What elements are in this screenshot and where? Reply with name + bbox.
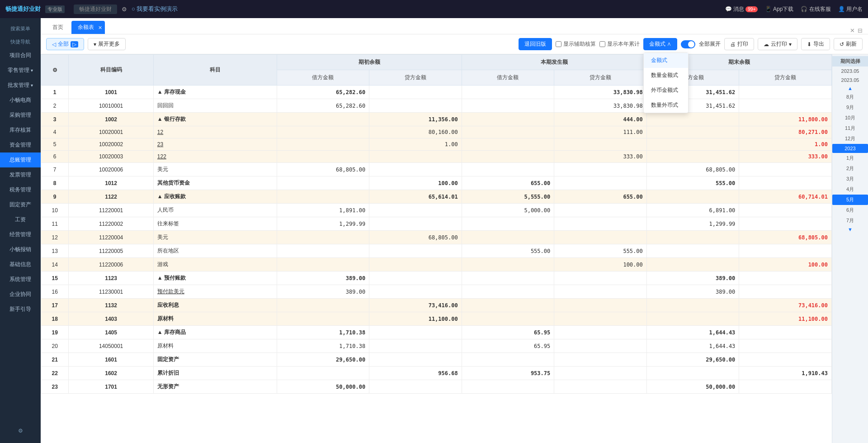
- online-service[interactable]: 🎧 在线客服: [801, 5, 830, 13]
- cell-subject[interactable]: 预付款美元: [153, 285, 277, 299]
- cell-current-credit: 444.00: [554, 113, 647, 126]
- tab-close-button[interactable]: ✕: [98, 24, 102, 30]
- all-filter-btn[interactable]: ◁ 全部 ▷: [46, 38, 84, 50]
- settings-gear-icon[interactable]: ⚙: [122, 6, 127, 13]
- table-row[interactable]: 23 1701 无形资产 50,000.00 50,000.00: [41, 380, 832, 394]
- period-item-9[interactable]: 9月: [832, 102, 868, 113]
- expand-more-btn[interactable]: ▾ 展开更多: [88, 38, 126, 50]
- sidebar-item-salary[interactable]: 工资: [0, 212, 41, 227]
- table-row[interactable]: 3 1002 ▲ 银行存款 11,356.00 444.00 11,800.00: [41, 113, 832, 126]
- period-item-1[interactable]: 1月: [832, 153, 868, 163]
- sidebar-item-retail[interactable]: 零售管理 ▾: [0, 63, 41, 78]
- table-row[interactable]: 8 1012 其他货币资金 100.00 655.00 555.00: [41, 176, 832, 190]
- refresh-btn[interactable]: ↺ 刷新: [834, 38, 863, 50]
- table-row[interactable]: 19 1405 ▲ 库存商品 1,710.38 65.95 1,644.43: [41, 326, 832, 339]
- period-up-icon[interactable]: ▲: [832, 85, 868, 92]
- show-auxiliary-checkbox[interactable]: 显示辅助核算: [556, 40, 596, 48]
- sidebar-item-tax[interactable]: 税务管理: [0, 182, 41, 197]
- tab-balance[interactable]: 余额表 ✕: [71, 21, 105, 34]
- table-row[interactable]: 12 11220004 美元 68,805.00 68,805.00: [41, 231, 832, 244]
- table-row[interactable]: 20 14050001 原材料 1,710.38 65.95 1,644.43: [41, 339, 832, 353]
- period-header[interactable]: 期间选择: [832, 56, 868, 67]
- th-settings[interactable]: ⚙: [41, 55, 69, 86]
- period-item-0[interactable]: 2023.05: [832, 67, 868, 76]
- table-row[interactable]: 2 10010001 回回回 65,282.60 33,830.98 31,45…: [41, 99, 832, 113]
- cell-subject[interactable]: 122: [153, 151, 277, 163]
- period-item-6[interactable]: 6月: [832, 205, 868, 215]
- period-item-3[interactable]: 3月: [832, 174, 868, 184]
- table-row[interactable]: 15 1123 ▲ 预付账款 389.00 389.00: [41, 272, 832, 285]
- table-row[interactable]: 13 11220005 所在地区 555.00 555.00: [41, 244, 832, 258]
- dropdown-item-amount[interactable]: 金额式: [644, 53, 688, 68]
- amount-mode-btn[interactable]: 金额式 ∧: [643, 38, 677, 50]
- period-item-12[interactable]: 12月: [832, 133, 868, 144]
- sidebar-item-expense[interactable]: 小畅报销: [0, 242, 41, 257]
- cloud-print-btn[interactable]: ☁ 云打印 ▾: [758, 38, 797, 50]
- dropdown-item-qty-forex[interactable]: 数量外币式: [644, 98, 688, 113]
- period-item-10[interactable]: 10月: [832, 113, 868, 123]
- table-row[interactable]: 1 1001 ▲ 库存现金 65,282.60 33,830.98 31,451…: [41, 86, 832, 99]
- sidebar-item-finance[interactable]: 资金管理: [0, 138, 41, 152]
- period-item-5[interactable]: 5月: [832, 195, 868, 205]
- period-item-1[interactable]: 2023.05: [832, 76, 868, 85]
- period-down-icon[interactable]: ▼: [832, 226, 868, 233]
- user-avatar[interactable]: 👤 用户名: [838, 5, 863, 13]
- sidebar-item-collab[interactable]: 企业协同: [0, 287, 41, 302]
- period-item-4[interactable]: 4月: [832, 184, 868, 195]
- cell-subject[interactable]: 23: [153, 138, 277, 151]
- dropdown-item-forex-amount[interactable]: 外币金额式: [644, 83, 688, 98]
- period-item-7[interactable]: 7月: [832, 215, 868, 226]
- show-ytd-checkbox[interactable]: 显示本年累计: [599, 40, 640, 48]
- sidebar-item-system[interactable]: 系统管理: [0, 272, 41, 287]
- table-row[interactable]: 16 11230001 预付款美元 389.00 389.00: [41, 285, 832, 299]
- tab-close-all[interactable]: ✕: [850, 27, 855, 34]
- period-item-11[interactable]: 11月: [832, 123, 868, 133]
- sidebar-item-project[interactable]: 项目合同: [0, 48, 41, 63]
- expand-toggle[interactable]: [681, 40, 695, 48]
- sidebar-search[interactable]: 搜索菜单: [0, 22, 41, 36]
- sidebar-item-ledger[interactable]: 总账管理: [0, 152, 41, 167]
- print-btn[interactable]: 🖨 打印: [724, 38, 754, 50]
- app-download[interactable]: 📱 App下载: [765, 5, 793, 13]
- export-btn[interactable]: ⬇ 导出: [801, 38, 830, 50]
- cell-code: 11220006: [69, 258, 154, 272]
- cell-code: 10020003: [69, 151, 154, 163]
- right-arrow-icon[interactable]: ▷: [71, 41, 78, 48]
- tab-window-icon[interactable]: ⊟: [858, 27, 863, 34]
- table-row[interactable]: 9 1122 ▲ 应收账款 65,614.01 5,555.00 655.00 …: [41, 190, 832, 204]
- sidebar-item-ecommerce[interactable]: 小畅电商: [0, 93, 41, 108]
- cell-subject[interactable]: 12: [153, 126, 277, 138]
- table-row[interactable]: 18 1403 原材料 11,100.00 11,100.00: [41, 312, 832, 326]
- sidebar-item-wholesale[interactable]: 批发管理 ▾: [0, 78, 41, 93]
- notifications[interactable]: 💬 消息 99+: [725, 5, 758, 13]
- demo-link[interactable]: ○ 我要看实例演示: [132, 5, 178, 13]
- table-row[interactable]: 7 10020006 美元 68,805.00 68,805.00: [41, 163, 832, 176]
- cell-current-debit: [462, 258, 554, 272]
- sidebar-item-purchase[interactable]: 采购管理: [0, 108, 41, 123]
- return-old-btn[interactable]: 退回旧版: [519, 38, 552, 50]
- table-row[interactable]: 17 1132 应收利息 73,416.00 73,416.00: [41, 299, 832, 312]
- sidebar-settings-icon[interactable]: ⚙: [16, 424, 25, 438]
- auxiliary-checkbox-input[interactable]: [556, 41, 561, 47]
- dropdown-item-qty-amount[interactable]: 数量金额式: [644, 68, 688, 83]
- table-row[interactable]: 10 11220001 人民币 1,891.00 5,000.00 6,891.…: [41, 204, 832, 217]
- sidebar-item-operations[interactable]: 经营管理: [0, 227, 41, 242]
- table-row[interactable]: 5 10020002 23 1.00 1.00: [41, 138, 832, 151]
- sidebar-item-inventory[interactable]: 库存核算: [0, 123, 41, 138]
- table-row[interactable]: 11 11220002 往来标签 1,299.99 1,299.99: [41, 217, 832, 231]
- sidebar-item-guide[interactable]: 新手引导: [0, 302, 41, 317]
- sidebar-item-invoice[interactable]: 发票管理: [0, 167, 41, 182]
- table-row[interactable]: 21 1601 固定资产 29,650.00 29,650.00: [41, 353, 832, 367]
- period-item-2023[interactable]: 2023: [832, 144, 868, 153]
- table-row[interactable]: 6 10020003 122 333.00 333.00: [41, 151, 832, 163]
- tab-home[interactable]: 首页: [46, 21, 70, 34]
- sidebar-nav[interactable]: 快捷导航: [0, 36, 41, 48]
- table-row[interactable]: 22 1602 累计折旧 956.68 953.75 1,910.43: [41, 367, 832, 380]
- sidebar-item-basic[interactable]: 基础信息: [0, 257, 41, 272]
- table-row[interactable]: 14 11220006 游戏 100.00 100.00: [41, 258, 832, 272]
- ytd-checkbox-input[interactable]: [599, 41, 605, 47]
- period-item-8[interactable]: 8月: [832, 92, 868, 102]
- sidebar-item-assets[interactable]: 固定资产: [0, 197, 41, 212]
- table-row[interactable]: 4 10020001 12 80,160.00 111.00 80,271.00: [41, 126, 832, 138]
- period-item-2[interactable]: 2月: [832, 163, 868, 174]
